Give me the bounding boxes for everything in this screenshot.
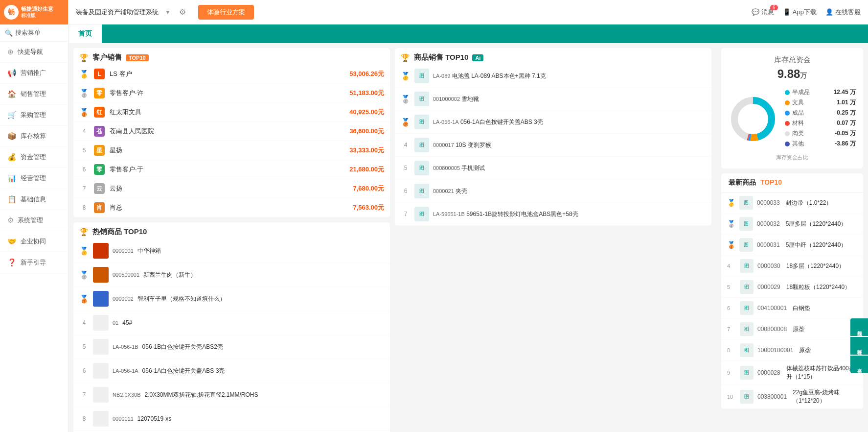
product-name: 45# bbox=[122, 319, 132, 326]
logo-title: 畅捷通好生意 bbox=[21, 5, 53, 12]
latest-thumb: 图 bbox=[740, 322, 754, 336]
rank-number: 5 bbox=[727, 284, 736, 290]
sidebar-item-system[interactable]: ⚙ 系统管理 bbox=[0, 210, 68, 231]
legend-value: 1.01 万 bbox=[837, 98, 856, 107]
product-code: 0000017 bbox=[433, 142, 454, 148]
sidebar-item-marketing[interactable]: 📢 营销推广 bbox=[0, 63, 68, 84]
customer-sales-row: 🥈 零 零售客户·许 51,183.00元 bbox=[73, 84, 390, 103]
latest-panel: 最新商品 TOP10 🥇 图 0000033 封边带（1.0*22） 🥈 图 0… bbox=[721, 173, 863, 409]
tab-home[interactable]: 首页 bbox=[69, 24, 102, 43]
legend-label: 其他 bbox=[785, 140, 835, 148]
latest-name: 原垄 bbox=[793, 325, 857, 334]
inventory-unit: 万 bbox=[800, 72, 807, 79]
message-badge: 6 bbox=[770, 5, 778, 10]
sidebar-label-inventory: 库存核算 bbox=[21, 132, 46, 141]
hot-products-panel: 🏆 热销商品 TOP10 🥇 0000001 中华神箱 🥈 000500001 … bbox=[73, 222, 390, 432]
latest-code: 0000029 bbox=[757, 284, 780, 290]
chart-sub: 库存资金占比 bbox=[729, 154, 856, 161]
rank-number: 4 bbox=[79, 319, 89, 326]
rank-number: 7 bbox=[79, 391, 89, 398]
legend-item: 材料 0.07 万 bbox=[785, 119, 856, 127]
legend-dot bbox=[785, 90, 790, 95]
latest-name: 封边带（1.0*22） bbox=[786, 199, 857, 207]
latest-thumb: 图 bbox=[740, 390, 754, 404]
nav-tabs: 首页 bbox=[69, 24, 868, 43]
medal-icon: 🥉 bbox=[79, 294, 89, 304]
hot-product-row: 🥉 0000002 智利车子里（规格不知道填什么） bbox=[73, 287, 390, 311]
product-name: 10S 变刹罗猴 bbox=[456, 142, 491, 148]
system-icon: ⚙ bbox=[7, 216, 14, 225]
search-label: 搜索菜单 bbox=[15, 28, 41, 37]
rank-badge: 红 bbox=[94, 107, 105, 118]
legend-value: -3.86 万 bbox=[835, 140, 856, 148]
legend-label: 成品 bbox=[785, 109, 837, 117]
app-download-button[interactable]: 📱 App下载 bbox=[783, 8, 817, 17]
settings-button[interactable]: ⚙ bbox=[176, 5, 189, 19]
product-info: 0000017 10S 变刹罗猴 bbox=[433, 141, 706, 149]
sidebar-item-base[interactable]: 📋 基础信息 bbox=[0, 189, 68, 210]
right-sidebar: 库存总资金 9.88万 bbox=[716, 43, 868, 432]
product-thumb: 图 bbox=[414, 184, 429, 198]
live-button[interactable]: 直播 bbox=[850, 356, 868, 373]
rank-number: 7 bbox=[401, 211, 411, 217]
hot-product-row: 4 01 45# bbox=[73, 311, 390, 335]
rank-number: 6 bbox=[79, 367, 89, 374]
product-code: LA-089 bbox=[433, 73, 450, 79]
latest-product-row: 8 图 10000100001 原垄 bbox=[721, 340, 863, 361]
sidebar-item-purchase[interactable]: 🛒 采购管理 bbox=[0, 105, 68, 126]
sidebar-item-quick-nav[interactable]: ⊕ 快捷导航 bbox=[0, 42, 68, 63]
service-hotline-button[interactable]: 客服热线 bbox=[850, 318, 868, 336]
topbar-system: 装备及固定资产辅助管理系统 ▼ bbox=[76, 8, 171, 17]
sidebar-item-guide[interactable]: ❓ 新手引导 bbox=[0, 252, 68, 273]
product-thumb: 图 bbox=[414, 161, 429, 175]
latest-product-row: 5 图 0000029 18颗粒板（1220*2440） bbox=[721, 277, 863, 298]
sidebar-item-operations[interactable]: 📊 经营管理 bbox=[0, 168, 68, 189]
latest-code: 000800008 bbox=[757, 326, 787, 333]
rank-number: 10 bbox=[727, 394, 736, 400]
customer-sales-row: 8 肖 肖总 7,563.00元 bbox=[73, 198, 390, 217]
product-thumb: 图 bbox=[414, 92, 429, 106]
sidebar-label-system: 系统管理 bbox=[18, 216, 43, 225]
latest-thumb: 图 bbox=[740, 343, 754, 357]
rank-number: 6 bbox=[401, 188, 411, 194]
purchase-icon: 🛒 bbox=[7, 111, 17, 120]
sidebar-item-inventory[interactable]: 📦 库存核算 bbox=[0, 126, 68, 147]
sidebar-item-finance[interactable]: 💰 资金管理 bbox=[0, 147, 68, 168]
product-code: LA-59651-1B bbox=[433, 211, 465, 217]
customer-sales-row: 7 云 云扬 7,680.00元 bbox=[73, 179, 390, 198]
service-button[interactable]: 👤 在线客服 bbox=[825, 8, 861, 17]
donut-chart bbox=[729, 95, 777, 144]
rank-number: 6 bbox=[727, 305, 736, 311]
product-name: 12070519-xs bbox=[137, 415, 171, 422]
inventory-value: 9.88 bbox=[777, 67, 800, 80]
product-name: 59651-1B旋转投影灯电池盒ABS黑色+58壳 bbox=[466, 211, 578, 217]
rank-number: 9 bbox=[727, 370, 736, 376]
search-menu[interactable]: 🔍 搜索菜单 bbox=[0, 24, 68, 42]
sidebar-nav: ⊕ 快捷导航 📢 营销推广 🏠 销售管理 🛒 采购管理 📦 库存核算 💰 资金管… bbox=[0, 42, 68, 432]
rank-number: 7 bbox=[727, 326, 736, 332]
legend-item: 文具 1.01 万 bbox=[785, 98, 856, 107]
product-sales-label: 商品销售 TOP10 bbox=[414, 53, 468, 62]
hot-product-row: 🥈 000500001 新西兰牛肉（新牛） bbox=[73, 263, 390, 287]
sidebar-item-enterprise[interactable]: 🤝 企业协同 bbox=[0, 231, 68, 252]
sidebar-item-sales[interactable]: 🏠 销售管理 bbox=[0, 84, 68, 105]
medal-icon: 🥇 bbox=[79, 246, 89, 256]
marketing-icon: 📢 bbox=[7, 69, 17, 77]
rank-badge: 肖 bbox=[94, 202, 105, 213]
message-button[interactable]: 💬 消息 6 bbox=[752, 8, 774, 17]
legend-value: 0.25 万 bbox=[837, 109, 856, 117]
product-name: 手机测试 bbox=[461, 165, 485, 171]
hot-products-list: 🥇 0000001 中华神箱 🥈 000500001 新西兰牛肉（新牛） 🥉 0… bbox=[73, 239, 390, 432]
legend-text: 成品 bbox=[792, 109, 804, 117]
trial-button[interactable]: 体验行业方案 bbox=[198, 5, 254, 20]
product-thumb bbox=[93, 387, 109, 403]
service-community-button[interactable]: 服务社区 bbox=[850, 337, 868, 355]
latest-thumb: 图 bbox=[739, 238, 753, 252]
dropdown-arrow-icon[interactable]: ▼ bbox=[165, 9, 171, 16]
latest-header: 最新商品 TOP10 bbox=[721, 173, 863, 192]
product-sales-title: 🏆 商品销售 TOP10 Ai bbox=[395, 48, 711, 65]
latest-product-row: 🥈 图 0000032 5厘多层（1220*2440） bbox=[721, 214, 863, 235]
product-name: 056-1A白色按键开关盖ABS 3壳 bbox=[460, 119, 543, 125]
customer-sales-row: 4 苍 苍南县人民医院 36,600.00元 bbox=[73, 122, 390, 141]
product-trophy-icon: 🏆 bbox=[401, 53, 410, 62]
